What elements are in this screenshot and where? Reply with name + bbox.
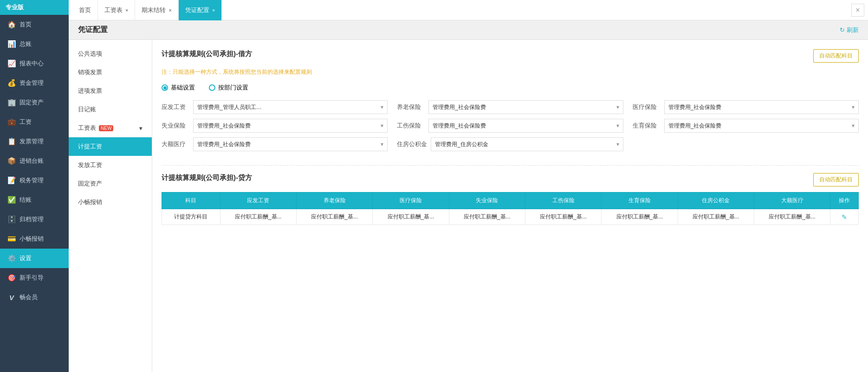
sidebar-label-settle: 结账 (19, 196, 32, 204)
tab-payroll-close[interactable]: × (125, 7, 128, 13)
sidebar-item-salary[interactable]: 💼 工资 (0, 112, 69, 132)
th-operation: 操作 (830, 192, 859, 209)
sidebar-item-tax[interactable]: 📝 税务管理 (0, 171, 69, 190)
left-nav-payroll-table[interactable]: 工资表 NEW ▾ (69, 119, 152, 137)
page-header: 凭证配置 ↻ 刷新 (69, 20, 868, 40)
credit-auto-match-button[interactable]: 自动匹配科目 (813, 173, 859, 186)
left-nav-public[interactable]: 公共选项 (69, 45, 152, 63)
left-nav-pay-salary[interactable]: 发放工资 (69, 156, 152, 174)
left-nav-fixed-assets[interactable]: 固定资产 (69, 174, 152, 193)
chevron-medical: ▾ (852, 104, 855, 110)
refresh-label: 刷新 (847, 26, 859, 34)
debit-fields-row3: 大额医疗 管理费用_社会保险费 ▾ 住房公积金 管理费用_住房公积金 ▾ (162, 137, 859, 151)
sidebar-item-archive[interactable]: 🗄️ 归档管理 (0, 210, 69, 229)
label-pension: 养老保险 (397, 103, 425, 111)
credit-section: 计提核算规则(公司承担)-贷方 自动匹配科目 科目 应发工资 养老保险 医疗保险… (162, 173, 859, 225)
sidebar-item-ledger[interactable]: 📊 总账 (0, 34, 69, 54)
sidebar-item-finance[interactable]: 💰 资金管理 (0, 73, 69, 93)
select-major-medical[interactable]: 管理费用_社会保险费 ▾ (193, 137, 388, 151)
th-medical: 医疗保险 (373, 192, 449, 209)
field-pension: 养老保险 管理费用_社会保险费 ▾ (397, 100, 623, 114)
td-major-medical: 应付职工薪酬_基... (754, 209, 830, 225)
left-nav-purchase-invoice[interactable]: 进项发票 (69, 82, 152, 100)
sidebar-item-home[interactable]: 🏠 首页 (0, 15, 69, 34)
table-row: 计提贷方科目 应付职工薪酬_基... 应付职工薪酬_基... 应付职工薪酬_基.… (162, 209, 859, 225)
chevron-unemployment: ▾ (381, 122, 383, 129)
sidebar-label-ledger: 总账 (19, 40, 32, 48)
tab-voucher-close[interactable]: × (212, 7, 215, 13)
select-work-injury[interactable]: 管理费用_社会保险费 ▾ (428, 119, 623, 133)
th-major-medical: 大额医疗 (754, 192, 830, 209)
content-wrapper: 公共选项 销项发票 进项发票 日记账 工资表 NEW ▾ 计提工资 发放工资 (69, 40, 868, 372)
field-unemployment: 失业保险 管理费用_社会保险费 ▾ (162, 119, 388, 133)
assets-icon: 🏢 (7, 98, 16, 107)
select-maternity[interactable]: 管理费用_社会保险费 ▾ (664, 119, 859, 133)
refresh-button[interactable]: ↻ 刷新 (840, 26, 859, 34)
select-pension[interactable]: 管理费用_社会保险费 ▾ (428, 100, 623, 114)
sidebar-item-settle[interactable]: ✅ 结账 (0, 190, 69, 210)
debit-auto-match-button[interactable]: 自动匹配科目 (813, 49, 859, 63)
settings-icon: ⚙️ (7, 254, 16, 263)
sidebar-item-settings[interactable]: ⚙️ 设置 (0, 249, 69, 268)
chevron-pension: ▾ (616, 104, 619, 110)
tab-voucher[interactable]: 凭证配置 × (179, 0, 222, 20)
radio-dept[interactable]: 按部门设置 (209, 83, 248, 92)
left-nav-journal[interactable]: 日记账 (69, 100, 152, 119)
sidebar-item-member[interactable]: V 畅会员 (0, 288, 69, 307)
main-area: 首页 工资表 × 期末结转 × 凭证配置 × × 凭证配置 ↻ 刷新 公共选项 (69, 0, 868, 372)
td-maternity: 应付职工薪酬_基... (602, 209, 678, 225)
purchase-icon: 📦 (7, 157, 16, 165)
tab-period-close[interactable]: × (168, 7, 171, 13)
select-salary[interactable]: 管理费用_管理人员职工薪酬 ▾ (193, 100, 388, 114)
td-salary: 应付职工薪酬_基... (220, 209, 296, 225)
td-edit[interactable]: ✎ (830, 209, 859, 225)
label-maternity: 生育保险 (633, 122, 661, 130)
tab-period[interactable]: 期末结转 × (135, 0, 178, 20)
sidebar-label-assets: 固定资产 (19, 98, 44, 107)
tab-home[interactable]: 首页 (72, 0, 98, 20)
tabs-right: × (851, 4, 864, 17)
chevron-work-injury: ▾ (616, 122, 619, 129)
window-close-button[interactable]: × (851, 4, 864, 17)
select-housing-fund[interactable]: 管理费用_住房公积金 ▾ (431, 137, 623, 151)
sidebar-item-reports[interactable]: 📈 报表中心 (0, 54, 69, 73)
radio-dept-label: 按部门设置 (218, 83, 248, 92)
chevron-housing-fund: ▾ (616, 141, 619, 148)
sidebar-label-guide: 新手引导 (19, 274, 44, 282)
debit-section: 计提核算规则(公司承担)-借方 自动匹配科目 注：只能选择一种方式，系统将按照您… (162, 49, 859, 151)
sidebar-label-salary: 工资 (19, 118, 32, 126)
label-unemployment: 失业保险 (162, 122, 189, 130)
archive-icon: 🗄️ (7, 215, 16, 224)
tax-icon: 📝 (7, 176, 16, 185)
left-nav-calc-salary[interactable]: 计提工资 (69, 137, 152, 156)
left-nav-sales-invoice[interactable]: 销项发票 (69, 63, 152, 82)
select-medical[interactable]: 管理费用_社会保险费 ▾ (664, 100, 859, 114)
left-nav: 公共选项 销项发票 进项发票 日记账 工资表 NEW ▾ 计提工资 发放工资 (69, 40, 152, 372)
edit-icon[interactable]: ✎ (842, 213, 847, 221)
sidebar-item-purchase[interactable]: 📦 进销台账 (0, 151, 69, 171)
sidebar-label-invoice: 发票管理 (19, 137, 44, 146)
sidebar-label-archive: 归档管理 (19, 215, 44, 224)
th-pension: 养老保险 (296, 192, 372, 209)
invoice-icon: 📋 (7, 137, 16, 146)
field-work-injury: 工伤保险 管理费用_社会保险费 ▾ (397, 119, 623, 133)
credit-table: 科目 应发工资 养老保险 医疗保险 失业保险 工伤保险 生育保险 住房公积金 大… (162, 192, 859, 225)
sidebar-item-assets[interactable]: 🏢 固定资产 (0, 93, 69, 112)
th-unemployment: 失业保险 (449, 192, 525, 209)
left-nav-petty-cash[interactable]: 小畅报销 (69, 193, 152, 212)
sidebar-label-xiaochang: 小畅报销 (19, 235, 44, 243)
sidebar-label-purchase: 进销台账 (19, 157, 44, 165)
radio-basic[interactable]: 基础设置 (162, 83, 195, 92)
main-content: 计提核算规则(公司承担)-借方 自动匹配科目 注：只能选择一种方式，系统将按照您… (152, 40, 868, 372)
chevron-maternity: ▾ (852, 122, 855, 129)
sidebar-item-guide[interactable]: 🎯 新手引导 (0, 268, 69, 288)
select-unemployment[interactable]: 管理费用_社会保险费 ▾ (193, 119, 388, 133)
reports-icon: 📈 (7, 59, 16, 68)
guide-icon: 🎯 (7, 274, 16, 282)
chevron-major-medical: ▾ (381, 141, 383, 148)
sidebar-item-invoice[interactable]: 📋 发票管理 (0, 132, 69, 151)
sidebar-item-xiaochang[interactable]: 💳 小畅报销 (0, 229, 69, 249)
tab-payroll[interactable]: 工资表 × (98, 0, 135, 20)
debit-section-title: 计提核算规则(公司承担)-借方 (162, 50, 252, 58)
sidebar-label-member: 畅会员 (19, 293, 38, 301)
